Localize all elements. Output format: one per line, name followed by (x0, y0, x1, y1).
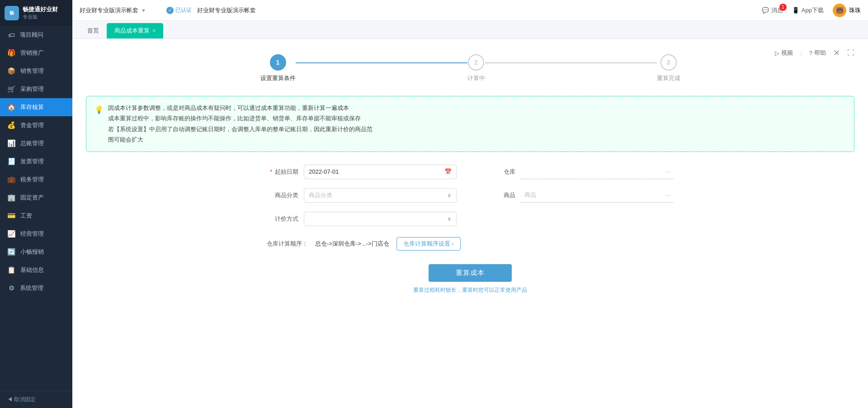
tab-close-button[interactable]: × (152, 28, 156, 34)
notice-line-1: 因成本计算参数调整，或是对商品成本有疑问时，可以通过成本重算功能，重新计算一遍成… (108, 103, 373, 113)
topbar-actions: 💬 消息 1 📱 App下载 🐻 珠珠 (762, 4, 861, 17)
sidebar-edition: 专业版 (23, 14, 58, 20)
sidebar-nav: 🏷项目顾问🎁营销推广📦销售管理🛒采购管理🏠库存核算💰资金管理📊总账管理🧾发票管理… (0, 26, 72, 391)
recalc-hint: 重算过程耗时较长，重算时您可以正常使用产品 (413, 286, 527, 294)
sidebar-item-marketing[interactable]: 🎁营销推广 (0, 44, 72, 62)
sidebar-icon-expense: 🔄 (7, 248, 16, 256)
warehouse-calc-order-btn[interactable]: 仓库计算顺序设置 › (396, 237, 461, 251)
sidebar-item-inventory[interactable]: 🏠库存核算 (0, 98, 72, 116)
warehouse-input[interactable]: ··· (521, 165, 674, 179)
notice-line-3: 若【系统设置】中启用了自动调整记账日期时，会调整入库单的整单记账日期，因此重新计… (108, 124, 373, 134)
sidebar-item-accounting[interactable]: 📊总账管理 (0, 134, 72, 152)
step-1-circle: 1 (270, 54, 286, 71)
form-row-category: 商品分类 商品分类 ∨ (267, 188, 457, 203)
category-dropdown-icon[interactable]: ∨ (447, 192, 452, 199)
app-download-button[interactable]: 📱 App下载 (792, 6, 824, 14)
sidebar-icon-assets: 🏢 (7, 194, 16, 202)
sidebar-label-salary: 工资 (20, 212, 32, 220)
sidebar-icon-sales: 📦 (7, 67, 16, 75)
topbar-account-name: 好业财专业版演示帐套 (197, 6, 256, 14)
sidebar-icon-purchase: 🛒 (7, 85, 16, 93)
tab-recalc-label: 商品成本重算 (114, 27, 150, 35)
sidebar-label-operations: 经营管理 (20, 230, 44, 238)
calendar-icon[interactable]: 📅 (444, 168, 452, 175)
sidebar: 畅 畅捷通好业财 专业版 🏷项目顾问🎁营销推广📦销售管理🛒采购管理🏠库存核算💰资… (0, 0, 72, 408)
sidebar-icon-marketing: 🎁 (7, 49, 16, 57)
user-menu[interactable]: 🐻 珠珠 (833, 4, 861, 17)
sidebar-label-finance: 资金管理 (20, 121, 44, 129)
start-date-input[interactable]: 2022-07-01 📅 (304, 165, 457, 179)
form-row-goods: 商品 商品 ··· (484, 188, 674, 203)
sidebar-item-salary[interactable]: 💳工资 (0, 207, 72, 225)
step-3-label: 重算完成 (657, 74, 680, 82)
account-selector-name: 好业财专业版演示帐套 (80, 6, 138, 14)
app-download-label: App下载 (802, 6, 824, 14)
sidebar-label-project: 项目顾问 (20, 31, 43, 39)
sidebar-label-basic: 基础信息 (20, 266, 44, 274)
verified-badge-container: ✓ 已认证 (166, 6, 192, 14)
verified-icon: ✓ (166, 7, 174, 14)
price-method-input[interactable]: ∨ (304, 212, 457, 226)
warehouse-calc-order-label: 仓库计算顺序： (267, 240, 308, 248)
sidebar-label-marketing: 营销推广 (20, 49, 44, 57)
sidebar-item-sales[interactable]: 📦销售管理 (0, 62, 72, 80)
notice-line-4: 围可能会扩大 (108, 134, 373, 145)
notice-content: 因成本计算参数调整，或是对商品成本有疑问时，可以通过成本重算功能，重新计算一遍成… (108, 103, 373, 145)
sidebar-icon-finance: 💰 (7, 121, 16, 129)
sidebar-unpin-button[interactable]: ◀ 取消固定 (0, 391, 72, 408)
price-method-dropdown-icon[interactable]: ∨ (447, 215, 452, 222)
recalc-center: 重算成本 重算过程耗时较长，重算时您可以正常使用产品 (86, 264, 854, 294)
account-selector[interactable]: 好业财专业版演示帐套 ▼ (80, 6, 161, 14)
start-date-value: 2022-07-01 (309, 168, 339, 175)
sidebar-icon-tax: 💼 (7, 176, 16, 184)
step-3-circle: 3 (660, 54, 677, 71)
sidebar-item-tax[interactable]: 💼税务管理 (0, 171, 72, 189)
goods-input[interactable]: 商品 ··· (521, 188, 674, 203)
start-date-label: * 起始日期 (267, 168, 298, 176)
tab-home[interactable]: 首页 (80, 23, 107, 38)
sidebar-icon-accounting: 📊 (7, 139, 16, 147)
warehouse-calc-row: 仓库计算顺序： 总仓->深圳仓库->...->门店仓 仓库计算顺序设置 › (267, 237, 674, 251)
required-star: * (270, 168, 272, 175)
recalc-button[interactable]: 重算成本 (429, 264, 512, 282)
sidebar-item-assets[interactable]: 🏢固定资产 (0, 189, 72, 207)
sidebar-icon-salary: 💳 (7, 212, 16, 220)
form-empty-cell (484, 212, 674, 226)
warehouse-more-icon[interactable]: ··· (665, 168, 670, 175)
sidebar-item-basic[interactable]: 📋基础信息 (0, 261, 72, 279)
message-button[interactable]: 💬 消息 1 (762, 6, 783, 14)
sidebar-label-tax: 税务管理 (20, 176, 44, 184)
sidebar-icon-project: 🏷 (7, 31, 15, 39)
sidebar-item-expense[interactable]: 🔄小畅报销 (0, 243, 72, 261)
sidebar-label-invoice: 发票管理 (20, 157, 44, 166)
sidebar-item-finance[interactable]: 💰资金管理 (0, 116, 72, 134)
notice-line-2: 成本重算过程中，影响库存账的操作均不能操作，比如进货单、销货单、库存单据不能审核… (108, 113, 373, 123)
goods-more-icon[interactable]: ··· (665, 192, 670, 199)
warehouse-calc-order-value: 总仓->深圳仓库->...->门店仓 (315, 240, 389, 248)
topbar: 好业财专业版演示帐套 ▼ ✓ 已认证 好业财专业版演示帐套 💬 消息 1 📱 A… (72, 0, 868, 21)
user-avatar: 🐻 (833, 4, 846, 17)
sidebar-label-system: 系统管理 (20, 284, 43, 292)
sidebar-item-project[interactable]: 🏷项目顾问 (0, 26, 72, 44)
sidebar-item-operations[interactable]: 📈经营管理 (0, 225, 72, 243)
step-2-label: 计算中 (467, 74, 485, 82)
sidebar-title-block: 畅捷通好业财 专业版 (23, 5, 58, 20)
verified-text: 已认证 (175, 6, 192, 14)
tab-recalc[interactable]: 商品成本重算 × (107, 23, 163, 38)
sidebar-icon-basic: 📋 (7, 266, 16, 274)
category-input[interactable]: 商品分类 ∨ (304, 188, 457, 203)
tab-home-label: 首页 (87, 27, 99, 35)
sidebar-item-purchase[interactable]: 🛒采购管理 (0, 80, 72, 98)
goods-label: 商品 (484, 191, 515, 199)
sidebar-label-inventory: 库存核算 (20, 103, 44, 111)
warehouse-label: 仓库 (484, 168, 515, 176)
content-area: ▷ 视频 | ? 帮助 ✕ ⛶ 1 设置重算条件 2 (72, 39, 868, 408)
sidebar-icon-operations: 📈 (7, 230, 16, 238)
sidebar-app-name: 畅捷通好业财 (23, 5, 58, 14)
goods-placeholder: 商品 (524, 191, 536, 199)
step-line-1 (296, 62, 467, 63)
main-area: 好业财专业版演示帐套 ▼ ✓ 已认证 好业财专业版演示帐套 💬 消息 1 📱 A… (72, 0, 868, 408)
sidebar-item-invoice[interactable]: 🧾发票管理 (0, 152, 72, 171)
sidebar-item-system[interactable]: ⚙系统管理 (0, 279, 72, 297)
form-row-start-date: * 起始日期 2022-07-01 📅 (267, 165, 457, 179)
